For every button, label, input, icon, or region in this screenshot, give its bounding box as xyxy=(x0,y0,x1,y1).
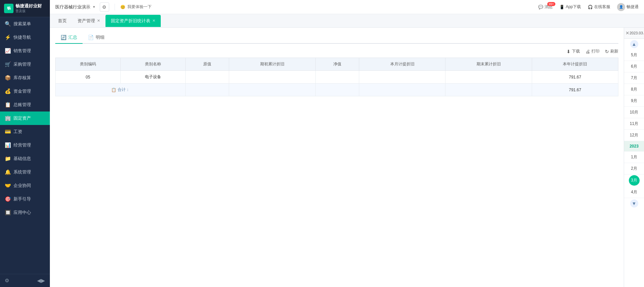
total-icon: 📋 xyxy=(111,88,116,92)
date-item-6[interactable]: 6月 xyxy=(624,61,644,72)
download-button[interactable]: ⬇ 下载 xyxy=(566,49,580,54)
company-name: 医疗器械行业演示 xyxy=(55,4,90,10)
app-version: 普及版 xyxy=(16,9,42,13)
quicknav-icon: ⚡ xyxy=(5,34,11,40)
table-row: 05 电子设备 791.67 xyxy=(56,71,618,84)
table-toolbar: ⬇ 下载 🖨 打印 ↻ 刷新 xyxy=(55,49,618,54)
sidebar-item-appcenter[interactable]: 🔲 应用中心 xyxy=(0,206,50,219)
experience-button[interactable]: 😊 我要体验一下 xyxy=(120,4,152,10)
date-item-9[interactable]: 9月 xyxy=(624,95,644,107)
refresh-label: 刷新 xyxy=(610,49,618,54)
company-chevron-icon: ▼ xyxy=(92,5,96,9)
print-icon: 🖨 xyxy=(585,49,590,54)
purchase-icon: 🛒 xyxy=(5,61,11,67)
sidebar-item-quicknav[interactable]: ⚡ 快捷导航 xyxy=(0,31,50,44)
appcenter-icon: 🔲 xyxy=(5,210,11,216)
sidebar-item-inventory[interactable]: 📦 库存核算 xyxy=(0,71,50,85)
subtab-detail[interactable]: 📄 明细 xyxy=(83,32,110,44)
date-item-7[interactable]: 7月 xyxy=(624,72,644,84)
topbar-right: 💬 消息 99+ 📱 App下载 🎧 在线客服 👤 畅捷通 xyxy=(538,3,639,11)
sidebar-item-label: 搜索菜单 xyxy=(13,21,31,27)
tab-home[interactable]: 首页 xyxy=(53,15,72,27)
user-button[interactable]: 👤 畅捷通 xyxy=(617,3,639,11)
tabs-bar: 首页 资产管理 ✕ 固定资产折旧统计表 ✕ xyxy=(50,14,644,28)
col-net-value: 净值 xyxy=(315,58,359,71)
fixed-asset-report-close-icon[interactable]: ✕ xyxy=(152,19,155,23)
date-item-8[interactable]: 8月 xyxy=(624,84,644,95)
sidebar-item-capital[interactable]: 💰 资金管理 xyxy=(0,85,50,98)
date-item-apr[interactable]: 4月 xyxy=(624,187,644,198)
app-logo: 畅 xyxy=(4,4,13,13)
settings-footer-icon[interactable]: ⚙ xyxy=(5,278,9,284)
date-nav-down[interactable]: ▼ xyxy=(630,199,638,208)
sidebar-item-purchase[interactable]: 🛒 采购管理 xyxy=(0,58,50,71)
app-name: 畅捷通好业财 xyxy=(16,3,42,9)
main-area: 医疗器械行业演示 ▼ ⚙ 😊 我要体验一下 💬 消息 99+ 📱 App下载 🎧… xyxy=(50,0,644,287)
col-original: 原值 xyxy=(185,58,229,71)
sidebar-item-fixedasset[interactable]: 🏢 固定资产 xyxy=(0,111,50,125)
date-nav-up[interactable]: ▲ xyxy=(630,40,638,48)
row-end-accum xyxy=(446,71,532,84)
detail-icon: 📄 xyxy=(88,35,94,40)
date-item-12[interactable]: 12月 xyxy=(624,130,644,141)
app-download-button[interactable]: 📱 App下载 xyxy=(559,4,581,10)
date-item-10[interactable]: 10月 xyxy=(624,107,644,118)
sidebar-item-ledger[interactable]: 📋 总账管理 xyxy=(0,98,50,111)
row-month-depr xyxy=(359,71,446,84)
total-net-value xyxy=(315,84,359,96)
detail-label: 明细 xyxy=(96,34,104,40)
tab-asset-manage[interactable]: 资产管理 ✕ xyxy=(72,15,105,27)
print-button[interactable]: 🖨 打印 xyxy=(585,49,600,54)
sidebar-item-system[interactable]: 🔔 系统管理 xyxy=(0,165,50,179)
settings-button[interactable]: ⚙ xyxy=(100,2,109,12)
row-year-depr: 791.67 xyxy=(532,71,618,84)
print-label: 打印 xyxy=(591,49,600,54)
collapse-icon[interactable]: ◀▶ xyxy=(37,278,45,284)
message-icon: 💬 xyxy=(538,5,543,9)
row-code: 05 xyxy=(56,71,121,84)
sidebar-item-operation[interactable]: 📊 经营管理 xyxy=(0,138,50,152)
experience-text: 我要体验一下 xyxy=(127,4,152,10)
search-icon: 🔍 xyxy=(5,21,11,27)
sub-tabs: 🔄 汇总 📄 明细 xyxy=(55,32,618,44)
date-panel-title: 2023.03 xyxy=(630,31,643,35)
row-original xyxy=(185,71,229,84)
summary-label: 汇总 xyxy=(68,34,77,40)
summary-icon: 🔄 xyxy=(61,35,66,40)
sidebar-item-label: 应用中心 xyxy=(13,210,31,216)
col-year-depr: 本年计提折旧 xyxy=(532,58,618,71)
sidebar-item-newguide[interactable]: 🎯 新手引导 xyxy=(0,192,50,206)
date-item-jan[interactable]: 1月 xyxy=(624,152,644,163)
date-item-mar[interactable]: 3月 xyxy=(629,175,640,186)
sidebar-item-search[interactable]: 🔍 搜索菜单 xyxy=(0,17,50,31)
sidebar-item-label: 企业协同 xyxy=(13,183,31,189)
total-original xyxy=(185,84,229,96)
online-support-button[interactable]: 🎧 在线客服 xyxy=(588,4,610,10)
topbar: 医疗器械行业演示 ▼ ⚙ 😊 我要体验一下 💬 消息 99+ 📱 App下载 🎧… xyxy=(50,0,644,14)
total-month-depr xyxy=(359,84,446,96)
company-selector[interactable]: 医疗器械行业演示 ▼ xyxy=(55,4,96,10)
app-download-icon: 📱 xyxy=(559,5,564,9)
message-button[interactable]: 💬 消息 99+ xyxy=(538,4,553,10)
refresh-button[interactable]: ↻ 刷新 xyxy=(605,49,618,54)
message-badge: 99+ xyxy=(547,2,555,6)
date-item-11[interactable]: 11月 xyxy=(624,118,644,130)
download-label: 下载 xyxy=(572,49,580,54)
sidebar-item-sales[interactable]: 📈 销售管理 xyxy=(0,44,50,58)
content-area: 🔄 汇总 📄 明细 ⬇ 下载 🖨 打印 ↻ xyxy=(50,28,644,287)
date-item-feb[interactable]: 2月 xyxy=(624,163,644,174)
avatar: 👤 xyxy=(617,3,625,11)
sidebar-item-basic[interactable]: 📁 基础信息 xyxy=(0,152,50,165)
col-name: 类别名称 xyxy=(120,58,185,71)
sidebar-item-enterprise[interactable]: 🤝 企业协同 xyxy=(0,179,50,192)
support-icon: 🎧 xyxy=(588,5,593,9)
date-panel-close-icon[interactable]: ✕ xyxy=(625,30,630,36)
sidebar-item-salary[interactable]: 💳 工资 xyxy=(0,125,50,138)
tab-fixed-asset-report[interactable]: 固定资产折旧统计表 ✕ xyxy=(105,15,161,27)
sales-icon: 📈 xyxy=(5,48,11,54)
date-item-5[interactable]: 5月 xyxy=(624,50,644,61)
asset-manage-close-icon[interactable]: ✕ xyxy=(97,19,100,23)
newguide-icon: 🎯 xyxy=(5,196,11,202)
col-initial-accum: 期初累计折旧 xyxy=(229,58,315,71)
subtab-summary[interactable]: 🔄 汇总 xyxy=(55,32,83,44)
